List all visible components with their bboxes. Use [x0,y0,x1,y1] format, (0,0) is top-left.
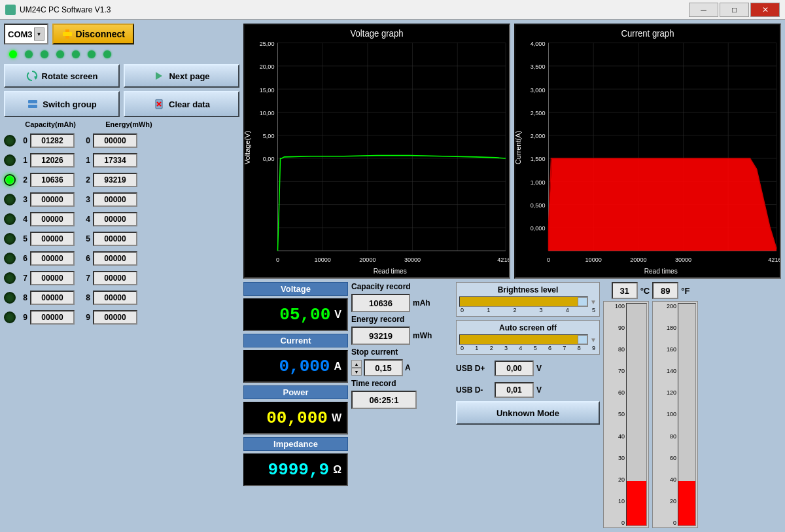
usb-dminus-row: USB D- V [456,382,600,398]
capacity-input-3[interactable] [30,192,75,207]
data-table: 00112233445566778899 [4,132,239,327]
row-led-3 [4,194,16,205]
svg-text:Current graph: Current graph [621,28,674,39]
com-port-selector[interactable]: COM3 ▼ [4,24,48,44]
usb-dminus-input[interactable] [495,382,534,398]
energy-index-3: 3 [81,195,90,204]
brightness-ticks: 012345 [459,307,597,313]
current-value: 0,000 [279,357,330,376]
capacity-input-6[interactable] [30,251,75,266]
capacity-input-5[interactable] [30,232,75,246]
usb-dplus-unit: V [536,364,542,373]
stop-current-spinner[interactable]: ▲ ▼ [351,360,362,376]
svg-rect-0 [63,32,72,36]
energy-input-1[interactable] [93,153,137,168]
svg-rect-5 [28,105,37,108]
brightness-label: Brightness level [459,285,597,294]
time-record-input[interactable] [351,391,417,409]
svg-rect-4 [28,100,37,103]
fahrenheit-scale: 200180160140120100806040200 [654,303,678,526]
voltage-graph: Voltage graph [243,24,510,279]
capacity-input-2[interactable] [30,173,75,187]
row-index-4: 4 [18,215,27,224]
svg-text:2,500: 2,500 [531,109,546,116]
capacity-record-label: Capacity record [351,282,453,291]
svg-text:25,00: 25,00 [260,40,275,47]
capacity-input-9[interactable] [30,310,75,325]
close-button[interactable]: ✕ [750,3,780,17]
rotate-icon [26,70,38,82]
row-led-9 [4,311,16,323]
svg-rect-2 [65,36,69,39]
stop-current-input[interactable] [364,359,403,376]
clear-icon [153,98,165,110]
brightness-slider-track[interactable] [459,296,588,307]
led-0 [9,50,17,58]
auto-screen-slider-track[interactable] [459,334,588,345]
svg-text:Read times: Read times [644,267,678,275]
com-dropdown-arrow[interactable]: ▼ [34,27,44,41]
capacity-record-row: mAh [351,294,453,312]
energy-index-9: 9 [81,313,90,322]
fahrenheit-bar [678,303,696,526]
svg-text:1,000: 1,000 [531,178,546,185]
current-display: 0,000 A [243,350,348,383]
celsius-scale: 1009080706050403020100 [605,303,626,526]
clear-data-button[interactable]: Clear data [124,91,239,117]
energy-input-0[interactable] [93,133,137,148]
minimize-button[interactable]: ─ [689,3,718,17]
disconnect-button[interactable]: Disconnect [52,24,134,44]
svg-text:0,000: 0,000 [531,224,546,232]
brightness-slider-thumb[interactable] [578,297,587,306]
svg-text:5,00: 5,00 [263,132,275,139]
current-graph: Current graph [514,24,781,279]
switch-group-button[interactable]: Switch group [4,91,120,117]
capacity-input-4[interactable] [30,212,75,226]
led-1 [25,50,33,58]
fahrenheit-value: 89 [661,286,670,296]
auto-screen-slider-thumb[interactable] [578,335,587,344]
celsius-gauge: 1009080706050403020100 [603,301,649,528]
svg-text:2,000: 2,000 [531,132,546,139]
brightness-dropdown[interactable]: ▼ [590,298,597,306]
rotate-screen-button[interactable]: Rotate screen [4,64,120,88]
impedance-unit: Ω [333,464,341,476]
energy-input-4[interactable] [93,212,137,226]
time-record-row [351,391,453,409]
energy-input-3[interactable] [93,192,137,207]
usb-dminus-label: USB D- [456,385,492,395]
energy-record-input[interactable] [351,327,410,345]
capacity-input-7[interactable] [30,271,75,285]
energy-input-9[interactable] [93,310,137,325]
stop-current-up[interactable]: ▲ [351,360,362,368]
row-index-1: 1 [18,156,27,165]
stop-current-down[interactable]: ▼ [351,368,362,376]
usb-dplus-input[interactable] [495,361,534,376]
table-row: 88 [4,289,239,307]
energy-record-unit: mWh [413,331,432,340]
auto-screen-dropdown[interactable]: ▼ [590,336,597,344]
capacity-input-1[interactable] [30,153,75,168]
svg-text:0: 0 [276,255,279,262]
energy-input-8[interactable] [93,291,137,305]
maximize-button[interactable]: □ [720,3,749,17]
svg-text:42168: 42168 [768,255,780,262]
table-header: Capacity(mAh) Energy(mWh) [4,120,239,128]
capacity-input-0[interactable] [30,133,75,148]
table-row: 22 [4,171,239,189]
unknown-mode-button[interactable]: Unknown Mode [456,401,600,425]
energy-input-2[interactable] [93,173,137,187]
graphs-area: Voltage graph [243,24,781,279]
energy-input-6[interactable] [93,251,137,266]
row-index-2: 2 [18,175,27,185]
row-index-3: 3 [18,195,27,204]
energy-input-7[interactable] [93,271,137,285]
energy-input-5[interactable] [93,232,137,246]
stop-current-row: ▲ ▼ A [351,359,453,376]
usb-dplus-row: USB D+ V [456,361,600,376]
table-row: 44 [4,210,239,228]
next-page-button[interactable]: Next page [124,64,239,88]
capacity-record-input[interactable] [351,294,410,312]
svg-marker-3 [156,72,162,80]
capacity-input-8[interactable] [30,291,75,305]
